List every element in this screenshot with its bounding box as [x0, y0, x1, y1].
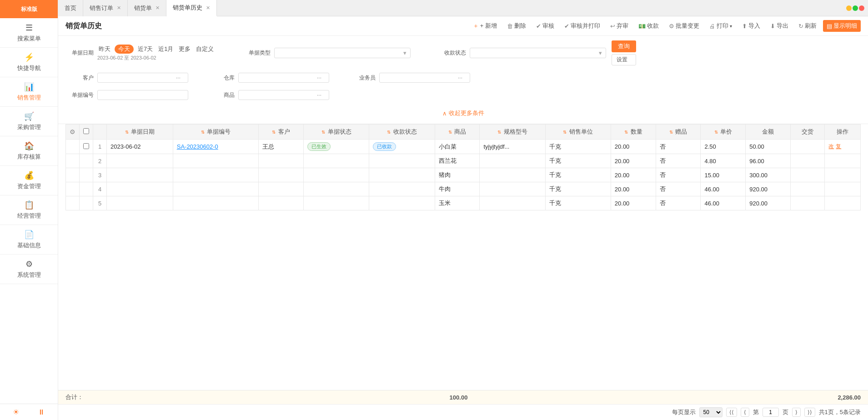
sidebar-item-quick-nav[interactable]: ⚡ 快捷导航 — [0, 48, 58, 77]
col-product[interactable]: ⇅ 商品 — [435, 125, 480, 140]
col-quantity[interactable]: ⇅ 数量 — [611, 125, 656, 140]
edit-op-button[interactable]: 改 — [828, 143, 834, 150]
salesperson-ellipsis-icon[interactable]: ··· — [458, 75, 462, 81]
col-doc-status[interactable]: ⇅ 单据状态 — [304, 125, 369, 140]
toolbar: ＋ + 新增 🗑 删除 ✔ 审核 ✔ 审核并打印 ↩ 弃审 — [469, 20, 861, 32]
col-checkbox[interactable] — [80, 125, 93, 140]
product-input[interactable] — [242, 92, 315, 98]
date-tab-more[interactable]: 更多 — [177, 45, 192, 54]
warehouse-label: 仓库 — [206, 74, 238, 82]
print-button[interactable]: 🖨 打印 ▾ — [706, 20, 736, 32]
col-settings[interactable]: ⚙ — [66, 125, 80, 140]
doc-number-input[interactable] — [97, 90, 188, 100]
sidebar-item-basic-info[interactable]: 📄 基础信息 — [0, 225, 58, 255]
pagination-bar: 每页显示 50 100 200 ⟨⟨ ⟨ 第 页 ⟩ ⟩⟩ 共1页，5条记录 — [58, 404, 868, 420]
tab-sales-history[interactable]: 销货单历史 ✕ — [166, 0, 217, 16]
product-ellipsis-icon[interactable]: ··· — [317, 92, 321, 98]
salesperson-input[interactable] — [383, 75, 456, 81]
row-checkbox-cell — [80, 182, 93, 196]
first-page-button[interactable]: ⟨⟨ — [726, 408, 737, 417]
sidebar-item-sales-mgmt[interactable]: 📊 销售管理 — [0, 77, 58, 107]
show-detail-button[interactable]: ▤ 显示明细 — [823, 20, 861, 32]
col-collection-status[interactable]: ⇅ 收款状态 — [369, 125, 435, 140]
date-tab-yesterday[interactable]: 昨天 — [97, 45, 112, 54]
abandon-button[interactable]: ↩ 弃审 — [607, 20, 632, 32]
col-spec-type[interactable]: ⇅ 规格型号 — [480, 125, 545, 140]
tab-close-sales-order[interactable]: ✕ — [117, 5, 121, 11]
status-badge: 已生效 — [307, 142, 331, 151]
collection-status-select[interactable]: ▾ — [470, 48, 606, 58]
row-operations — [825, 168, 861, 182]
pause-bottom-icon[interactable]: ⏸ — [38, 408, 45, 416]
settings-bottom-icon[interactable]: ☀ — [13, 408, 19, 416]
collapse-button[interactable]: ∧ 收起更多条件 — [65, 107, 861, 119]
sidebar-item-inventory-calc[interactable]: 🏠 库存核算 — [0, 136, 58, 166]
close-button[interactable] — [859, 5, 864, 11]
import-button[interactable]: ⬆ 导入 — [738, 20, 764, 32]
refresh-button[interactable]: ↻ 刷新 — [795, 20, 820, 32]
next-page-button[interactable]: ⟩ — [792, 408, 801, 417]
tab-close-sales-delivery[interactable]: ✕ — [156, 5, 160, 11]
export-icon: ⬇ — [770, 23, 775, 30]
col-gear-icon[interactable]: ⚙ — [70, 128, 75, 135]
doc-type-select[interactable]: ▾ — [274, 48, 411, 58]
col-doc-date[interactable]: ⇅ 单据日期 — [107, 125, 173, 140]
tab-sales-order[interactable]: 销售订单 ✕ — [83, 0, 128, 16]
tab-home[interactable]: 首页 — [58, 0, 83, 16]
sort-unit-price-icon: ⇅ — [714, 130, 718, 135]
maximize-button[interactable] — [853, 5, 858, 11]
prev-page-button[interactable]: ⟨ — [741, 408, 749, 417]
row-settings — [66, 154, 80, 168]
customer-ellipsis-icon[interactable]: ··· — [176, 75, 181, 81]
row-collection-status — [369, 182, 435, 196]
last-page-button[interactable]: ⟩⟩ — [804, 408, 815, 417]
query-button[interactable]: 查询 — [612, 40, 636, 52]
collect-button[interactable]: 💵 收款 — [635, 20, 662, 32]
audit-button[interactable]: ✔ 审核 — [532, 20, 558, 32]
row-collection-status — [369, 154, 435, 168]
date-tab-7days[interactable]: 近7天 — [136, 45, 154, 54]
settings-button[interactable]: 设置 — [612, 54, 636, 65]
col-customer[interactable]: ⇅ 客户 — [259, 125, 304, 140]
col-unit-price[interactable]: ⇅ 单价 — [701, 125, 746, 140]
delete-button[interactable]: 🗑 删除 — [503, 20, 530, 32]
date-tab-custom[interactable]: 自定义 — [195, 45, 215, 54]
warehouse-input[interactable] — [242, 75, 315, 81]
col-sales-unit[interactable]: ⇅ 销售单位 — [545, 125, 611, 140]
row-product: 猪肉 — [435, 168, 480, 182]
audit-print-button[interactable]: ✔ 审核并打印 — [561, 20, 604, 32]
copy-op-button[interactable]: 复 — [836, 143, 841, 150]
col-gift[interactable]: ⇅ 赠品 — [656, 125, 701, 140]
date-tab-1month[interactable]: 近1月 — [157, 45, 175, 54]
new-button[interactable]: ＋ + 新增 — [469, 20, 501, 32]
row-checkbox[interactable] — [83, 143, 89, 149]
select-all-checkbox[interactable] — [83, 128, 89, 134]
col-doc-number[interactable]: ⇅ 单据编号 — [173, 125, 259, 140]
sidebar-item-purchase-mgmt[interactable]: 🛒 采购管理 — [0, 107, 58, 136]
row-doc-date: 2023-06-02 — [107, 140, 173, 154]
page-size-select[interactable]: 50 100 200 — [699, 407, 722, 417]
sidebar-item-ops-mgmt[interactable]: 📋 经营管理 — [0, 195, 58, 225]
sidebar-item-label: 库存核算 — [17, 153, 41, 161]
minimize-button[interactable] — [846, 5, 852, 11]
page-number-input[interactable] — [763, 408, 779, 417]
row-checkbox-cell — [80, 168, 93, 182]
sidebar-item-finance-mgmt[interactable]: 💰 资金管理 — [0, 166, 58, 195]
doc-number-link[interactable]: SA-20230602-0 — [177, 143, 218, 150]
warehouse-ellipsis-icon[interactable]: ··· — [317, 75, 321, 81]
tab-close-sales-history[interactable]: ✕ — [206, 5, 210, 11]
customer-input[interactable] — [101, 75, 174, 81]
page-header: 销货单历史 ＋ + 新增 🗑 删除 ✔ 审核 ✔ 审核并打印 — [58, 16, 868, 36]
row-gift: 否 — [656, 140, 701, 154]
sidebar-item-label: 搜索菜单 — [17, 35, 41, 43]
row-doc-number[interactable]: SA-20230602-0 — [173, 140, 259, 154]
row-quantity: 20.00 — [611, 140, 656, 154]
tab-sales-delivery[interactable]: 销货单 ✕ — [128, 0, 166, 16]
export-button[interactable]: ⬇ 导出 — [767, 20, 792, 32]
sidebar-item-sys-mgmt[interactable]: ⚙ 系统管理 — [0, 255, 58, 284]
date-tab-today[interactable]: 今天 — [115, 45, 134, 54]
row-amount: 920.00 — [746, 182, 791, 196]
batch-change-button[interactable]: ⚙ 批量变更 — [665, 20, 703, 32]
sort-product-icon: ⇅ — [448, 130, 452, 135]
sidebar-item-search-menu[interactable]: ☰ 搜索菜单 — [0, 18, 58, 48]
